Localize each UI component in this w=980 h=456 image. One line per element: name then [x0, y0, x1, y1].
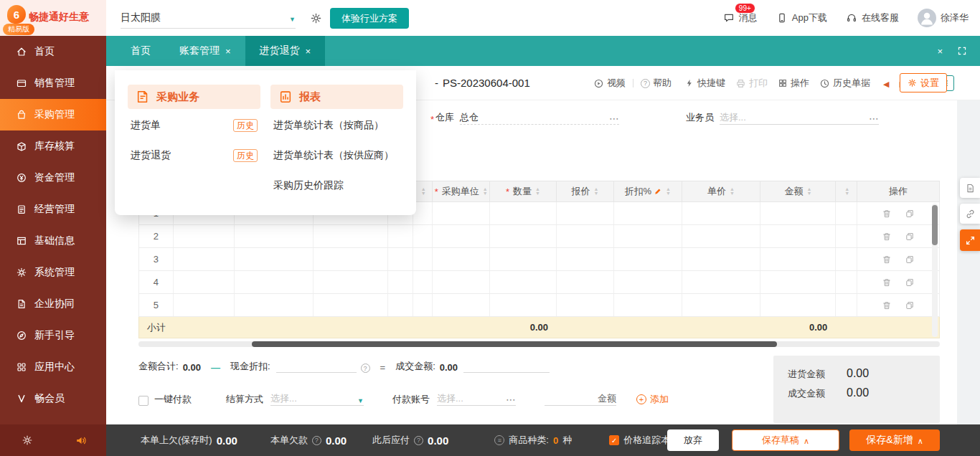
close-icon[interactable]: [306, 45, 311, 57]
vertical-scrollbar[interactable]: [932, 204, 938, 337]
history-button[interactable]: 历史单据: [819, 77, 870, 90]
actions-button[interactable]: 操作: [778, 77, 809, 90]
table-cell[interactable]: [235, 248, 314, 270]
copy-icon[interactable]: [905, 209, 915, 219]
sidebar-item-inventory[interactable]: 库存核算: [0, 130, 106, 162]
table-cell[interactable]: [682, 225, 761, 247]
table-cell[interactable]: [388, 225, 413, 247]
abandon-button[interactable]: 放弃: [667, 429, 719, 451]
sidebar-item-member[interactable]: 畅会员: [0, 383, 106, 414]
table-cell[interactable]: [836, 202, 857, 224]
history-badge[interactable]: 历史: [233, 119, 258, 132]
table-cell[interactable]: [314, 248, 389, 270]
table-cell[interactable]: [433, 202, 490, 224]
table-cell[interactable]: [174, 225, 235, 247]
menu-item-purchase-order[interactable]: 进货单 历史: [128, 112, 260, 139]
delete-icon[interactable]: [882, 209, 892, 219]
table-cell[interactable]: [557, 271, 614, 293]
table-cell[interactable]: [682, 271, 761, 293]
table-cell[interactable]: [614, 202, 682, 224]
table-cell[interactable]: [433, 248, 490, 270]
online-service-button[interactable]: 在线客服: [846, 11, 899, 24]
salesman-field[interactable]: 业务员 选择...: [686, 110, 879, 125]
menu-item-purchase-return[interactable]: 进货退货 历史: [128, 142, 260, 169]
sidebar-item-sales[interactable]: 销售管理: [0, 67, 106, 99]
table-cell[interactable]: [174, 294, 235, 316]
fullscreen-icon[interactable]: [957, 46, 967, 56]
tab-home[interactable]: 首页: [116, 36, 165, 66]
table-cell[interactable]: [413, 248, 433, 270]
copy-icon[interactable]: [905, 300, 915, 310]
menu-item-stats-by-supplier[interactable]: 进货单统计表（按供应商）: [270, 142, 403, 169]
trial-button[interactable]: 体验行业方案: [330, 8, 409, 29]
user-menu[interactable]: 徐泽华: [918, 9, 969, 27]
more-icon[interactable]: [609, 113, 619, 124]
prev-document-button[interactable]: [883, 78, 889, 89]
col-header-unit-price[interactable]: 单价: [682, 181, 761, 201]
cash-discount-input[interactable]: [276, 358, 357, 373]
copy-icon[interactable]: [905, 255, 915, 265]
gear-icon[interactable]: [22, 434, 33, 446]
sidebar-item-funds[interactable]: 资金管理: [0, 162, 106, 194]
table-cell[interactable]: [174, 248, 235, 270]
pay-account-select[interactable]: 选择...: [437, 391, 516, 406]
one-click-pay-checkbox[interactable]: [138, 396, 149, 406]
table-cell[interactable]: [413, 202, 433, 224]
help-button[interactable]: 帮助: [641, 77, 672, 90]
table-cell[interactable]: [413, 271, 433, 293]
table-cell[interactable]: [490, 294, 557, 316]
table-cell[interactable]: [388, 248, 413, 270]
menu-item-stats-by-product[interactable]: 进货单统计表（按商品）: [270, 112, 403, 139]
table-cell[interactable]: [682, 248, 761, 270]
table-cell[interactable]: [614, 294, 682, 316]
table-cell[interactable]: [490, 248, 557, 270]
vertical-scrollbar-thumb[interactable]: [932, 205, 938, 245]
table-cell[interactable]: [836, 294, 857, 316]
col-header[interactable]: [836, 181, 857, 201]
help-circle-icon[interactable]: [312, 436, 321, 445]
deal-amount-input[interactable]: [463, 358, 550, 373]
account-select[interactable]: 日太阳膜: [121, 7, 296, 29]
table-cell[interactable]: [235, 271, 314, 293]
sidebar-item-system[interactable]: 系统管理: [0, 257, 106, 288]
sidebar-item-collaboration[interactable]: 企业协同: [0, 288, 106, 320]
col-header-amount[interactable]: 金额: [760, 181, 836, 201]
sidebar-item-basic-info[interactable]: 基础信息: [0, 225, 106, 257]
table-cell[interactable]: [557, 294, 614, 316]
table-cell[interactable]: [614, 248, 682, 270]
warehouse-input[interactable]: 总仓: [460, 110, 619, 125]
table-cell[interactable]: [174, 271, 235, 293]
table-cell[interactable]: [490, 271, 557, 293]
horizontal-scrollbar-thumb[interactable]: [252, 341, 777, 347]
settle-method-select[interactable]: 选择...: [270, 391, 364, 406]
col-header-quote[interactable]: 报价: [557, 181, 614, 201]
settings-button[interactable]: 设置: [900, 73, 947, 92]
table-cell[interactable]: [413, 294, 433, 316]
save-draft-button[interactable]: 保存草稿: [732, 429, 839, 451]
sidebar-item-operations[interactable]: 经营管理: [0, 194, 106, 225]
table-cell[interactable]: [433, 271, 490, 293]
table-cell[interactable]: [557, 202, 614, 224]
table-cell[interactable]: [682, 294, 761, 316]
menu-item-price-history[interactable]: 采购历史价跟踪: [270, 172, 403, 199]
close-icon[interactable]: [937, 44, 943, 57]
price-track-checkbox[interactable]: [609, 435, 619, 445]
table-cell[interactable]: [760, 248, 836, 270]
horizontal-scrollbar[interactable]: [138, 341, 940, 347]
table-cell[interactable]: [682, 202, 761, 224]
table-cell[interactable]: [760, 225, 836, 247]
table-cell[interactable]: [490, 202, 557, 224]
col-header[interactable]: [413, 181, 433, 201]
copy-icon[interactable]: [905, 232, 915, 242]
sidebar-item-home[interactable]: 首页: [0, 36, 106, 67]
table-cell[interactable]: [433, 294, 490, 316]
col-header-purchase-unit[interactable]: * 采购单位: [433, 181, 490, 201]
table-cell[interactable]: [614, 225, 682, 247]
delete-icon[interactable]: [882, 300, 892, 310]
sidebar-item-guide[interactable]: 新手引导: [0, 320, 106, 351]
app-download-button[interactable]: App下载: [776, 11, 827, 24]
table-cell[interactable]: [760, 271, 836, 293]
table-cell[interactable]: [235, 225, 314, 247]
table-cell[interactable]: [557, 248, 614, 270]
table-cell[interactable]: [836, 248, 857, 270]
